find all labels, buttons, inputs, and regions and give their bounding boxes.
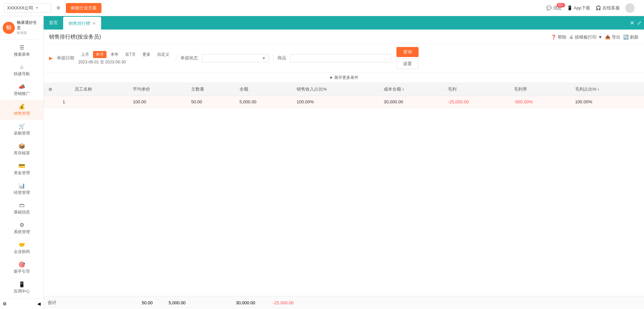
col-cost: 成本全额 ℹ <box>380 83 444 96</box>
content-area: 首页 销售排行榜 ✕ ✕ ⤢ 销售排行榜(按业务员) <box>44 16 644 309</box>
table-container: ⚙ 员工名称 平均单价 主数量 全额 销售收入占比% 成本全额 <box>44 83 644 296</box>
system-icon: ⚙ <box>19 222 24 228</box>
window-close-icon[interactable]: ✕ <box>630 20 634 26</box>
col-gross-pct: 毛利占比% ℹ <box>571 83 644 96</box>
download-icon: 📱 <box>567 5 572 10</box>
sidebar-item-inventory[interactable]: 📦 库存核算 <box>0 140 43 159</box>
col-settings[interactable]: ⚙ <box>44 83 57 96</box>
page-title: 销售排行榜(按业务员) <box>49 34 101 41</box>
table-body: 1 100.00 50.00 5,000.00 100.00% 30,000.0… <box>44 96 644 108</box>
sales-icon: 💰 <box>18 103 25 110</box>
sidebar-item-cooperation[interactable]: 🤝 企业协同 <box>0 238 43 258</box>
date-tab-last-7-days[interactable]: 近7天 <box>123 51 138 58</box>
sidebar-item-search-order[interactable]: ☰ 搜索菜单 <box>0 41 43 61</box>
row-sales-pct: 100.00% <box>293 96 380 108</box>
main-area: 畅 畅康通好生意 标准版 ☰ 搜索菜单 ⌂ 快捷导航 📣 营销推广 <box>0 16 644 309</box>
table-header-row: ⚙ 员工名称 平均单价 主数量 全额 销售收入占比% 成本全额 <box>44 83 644 96</box>
sidebar-item-basic[interactable]: 🗃 基础信息 <box>0 199 43 218</box>
logo-text-block: 畅康通好生意 标准版 <box>17 20 41 35</box>
cost-info-icon[interactable]: ℹ <box>402 87 404 91</box>
tab-home[interactable]: 首页 <box>44 16 63 30</box>
help-icon: ❓ <box>551 35 556 40</box>
logo-char: 畅 <box>6 24 11 31</box>
col-employee: 员工名称 <box>71 83 129 96</box>
filter-expand-arrow[interactable]: ▶ <box>49 55 53 61</box>
data-table: ⚙ 员工名称 平均单价 主数量 全额 销售收入占比% 成本全额 <box>44 83 644 108</box>
col-sales-pct: 销售收入占比% <box>293 83 380 96</box>
inventory-icon: 📦 <box>18 143 25 149</box>
col-gross: 毛利 <box>444 83 510 96</box>
goods-input[interactable]: ... <box>290 54 391 62</box>
app-container: XXXXXX公司 ▼ ⚙ 体验行业方案 💬 消息 99+ 📱 App下载 🎧 在… <box>0 0 644 309</box>
footer-amount: 5,000.00 <box>169 300 202 305</box>
sidebar-collapse-icon[interactable]: ◀ <box>37 301 41 306</box>
logo-badge: 标准版 <box>17 31 41 35</box>
setting-button[interactable]: 设置 <box>396 58 419 69</box>
row-rank: 1 <box>57 96 71 108</box>
notification-button[interactable]: 💬 消息 99+ <box>546 5 562 11</box>
cooperation-icon: 🤝 <box>18 242 25 248</box>
company-name: XXXXXX公司 <box>7 5 33 11</box>
sidebar-item-guide[interactable]: 🎯 新手引导 <box>0 258 43 278</box>
date-tab-this-year[interactable]: 本年 <box>108 51 121 58</box>
chevron-down-icon: ▼ <box>35 6 39 10</box>
tab-bar-controls: ✕ ⤢ <box>630 20 644 26</box>
row-gross-rate: -500.00% <box>510 96 571 108</box>
row-employee <box>71 96 129 108</box>
window-maximize-icon[interactable]: ⤢ <box>637 20 641 26</box>
date-tab-custom[interactable]: 自定义 <box>155 51 172 58</box>
nav-label-app: 应用中心 <box>14 289 30 294</box>
row-avg-price: 100.00 <box>129 96 187 108</box>
sidebar-item-finance[interactable]: 💳 资金管理 <box>0 159 43 179</box>
message-icon: 💬 <box>546 5 552 10</box>
date-tab-more[interactable]: 更多 <box>140 51 153 58</box>
avatar[interactable] <box>625 3 635 13</box>
nav-label-operation: 经营管理 <box>14 190 30 196</box>
expand-down-icon: ▼ <box>329 75 333 80</box>
app-download-button[interactable]: 📱 App下载 <box>567 5 590 11</box>
print-icon: 🖨 <box>569 35 573 40</box>
industry-button[interactable]: 体验行业方案 <box>66 3 101 13</box>
sidebar-item-sales[interactable]: 💰 销售管理 <box>0 100 43 120</box>
help-button[interactable]: ❓ 帮助 <box>551 34 566 40</box>
online-service-button[interactable]: 🎧 在线客服 <box>596 5 620 11</box>
date-tab-this-month[interactable]: 本月 <box>93 51 106 58</box>
row-amount: 5,000.00 <box>235 96 293 108</box>
gross-pct-info-icon[interactable]: ℹ <box>598 87 599 91</box>
nav-label-inventory: 库存核算 <box>14 150 30 156</box>
nav-label-finance: 资金管理 <box>14 170 30 176</box>
tab-sales-ranking-label: 销售排行榜 <box>69 20 90 27</box>
date-range-display: 2023-06-01 至 2023-06-30 <box>78 59 172 65</box>
nav-label-guide: 新手引导 <box>14 269 30 274</box>
sidebar-item-quick-nav[interactable]: ⌂ 快捷导航 <box>0 61 43 80</box>
date-tab-last-month[interactable]: 上月 <box>78 51 92 58</box>
row-settings <box>44 96 57 108</box>
date-filter-block: 上月 本月 本年 近7天 更多 自定义 2023-06-01 至 2023-06… <box>78 51 172 65</box>
nav-label-marketing: 营销推广 <box>14 91 30 97</box>
col-gross-rate: 毛利率 <box>510 83 571 96</box>
expand-bar[interactable]: ▼ 展开更多条件 <box>44 73 644 83</box>
print-button[interactable]: 🖨 按模板打印 ▼ <box>569 34 602 40</box>
footer-gross: -25,000.00 <box>273 300 310 305</box>
sidebar-item-system[interactable]: ⚙ 系统管理 <box>0 218 43 238</box>
sidebar-item-purchase[interactable]: 🛒 采购管理 <box>0 120 43 140</box>
sidebar-item-operation[interactable]: 📊 经营管理 <box>0 179 43 199</box>
tab-close-icon[interactable]: ✕ <box>92 21 96 26</box>
query-button[interactable]: 查询 <box>396 47 419 57</box>
settings-icon-btn[interactable]: ⚙ <box>54 3 63 13</box>
sidebar-item-app[interactable]: 📱 应用中心 <box>0 278 43 298</box>
status-select[interactable]: ▼ <box>202 54 269 62</box>
marketing-icon: 📣 <box>18 84 25 90</box>
sidebar-item-marketing[interactable]: 📣 营销推广 <box>0 80 43 100</box>
sidebar-logo: 畅 畅康通好生意 标准版 <box>0 16 43 40</box>
col-rank <box>57 83 71 96</box>
nav-label-system: 系统管理 <box>14 229 30 235</box>
col-main-qty: 主数量 <box>187 83 235 96</box>
footer-main-qty: 50.00 <box>142 300 169 305</box>
company-selector[interactable]: XXXXXX公司 ▼ <box>4 3 51 13</box>
tab-sales-ranking[interactable]: 销售排行榜 ✕ <box>63 17 101 30</box>
sidebar-settings-icon[interactable]: ⚙ <box>3 301 7 306</box>
footer-label: 合计 <box>48 300 115 306</box>
export-button[interactable]: 📤 导出 <box>605 34 620 40</box>
refresh-button[interactable]: 🔄 刷新 <box>623 34 639 40</box>
